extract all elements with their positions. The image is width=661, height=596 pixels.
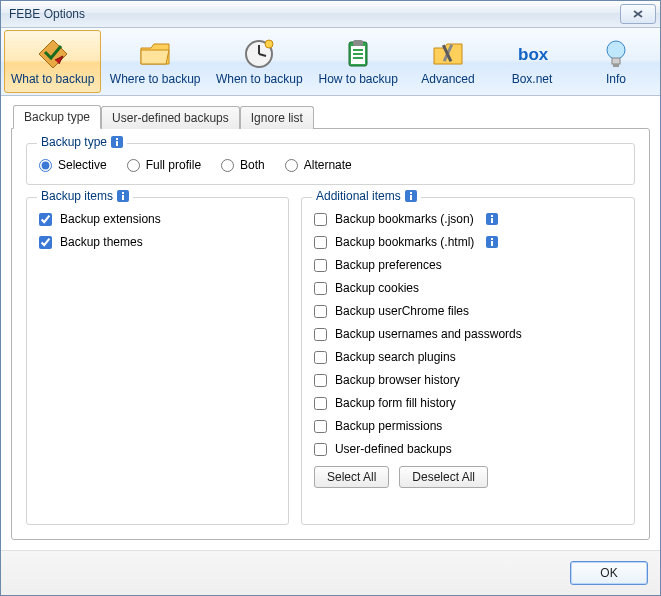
checkbox-label: Backup form fill history: [335, 396, 456, 410]
checkbox-input[interactable]: [314, 259, 327, 272]
legend-backup-items-text: Backup items: [41, 189, 113, 203]
checkbox-input[interactable]: [314, 397, 327, 410]
what-to-backup-icon: [37, 38, 69, 70]
window-title: FEBE Options: [9, 7, 620, 21]
toolbar-info[interactable]: Info: [575, 30, 657, 93]
advanced-icon: [432, 38, 464, 70]
checkbox-input[interactable]: [314, 305, 327, 318]
toolbar-box-net[interactable]: Box.net: [491, 30, 573, 93]
radio-label: Full profile: [146, 158, 201, 172]
toolbar-label: Advanced: [421, 72, 474, 86]
options-window: FEBE Options What to backup Where to bac…: [0, 0, 661, 596]
when-to-backup-icon: [243, 38, 275, 70]
group-backup-type: Backup type SelectiveFull profileBothAlt…: [26, 143, 635, 185]
checkbox-label: Backup browser history: [335, 373, 460, 387]
radio-alternate[interactable]: Alternate: [285, 158, 352, 172]
checkbox-input[interactable]: [314, 443, 327, 456]
legend-backup-type-text: Backup type: [41, 135, 107, 149]
checkbox-input[interactable]: [314, 213, 327, 226]
check-backup-extensions[interactable]: Backup extensions: [39, 212, 276, 226]
check-backup-userchrome-files[interactable]: Backup userChrome files: [314, 304, 622, 318]
check-backup-search-plugins[interactable]: Backup search plugins: [314, 350, 622, 364]
deselect-all-button[interactable]: Deselect All: [399, 466, 488, 488]
toolbar-how-to-backup[interactable]: How to backup: [311, 30, 405, 93]
toolbar-label: What to backup: [11, 72, 94, 86]
tab-user-defined-backups[interactable]: User-defined backups: [101, 106, 240, 129]
tabpanel-backup-type: Backup type SelectiveFull profileBothAlt…: [11, 128, 650, 540]
checkbox-label: Backup bookmarks (.html): [335, 235, 474, 249]
checkbox-label: Backup userChrome files: [335, 304, 469, 318]
info-icon[interactable]: [486, 213, 498, 225]
radio-label: Both: [240, 158, 265, 172]
select-buttons-row: Select All Deselect All: [314, 466, 622, 488]
checkbox-label: Backup permissions: [335, 419, 442, 433]
check-backup-usernames-and-passwords[interactable]: Backup usernames and passwords: [314, 327, 622, 341]
close-button[interactable]: [620, 4, 656, 24]
legend-additional-items-text: Additional items: [316, 189, 401, 203]
legend-additional-items: Additional items: [312, 189, 421, 203]
radio-full-profile[interactable]: Full profile: [127, 158, 201, 172]
columns: Backup items Backup extensionsBackup the…: [26, 197, 635, 525]
checkbox-label: Backup bookmarks (.json): [335, 212, 474, 226]
checkbox-label: Backup cookies: [335, 281, 419, 295]
radio-both[interactable]: Both: [221, 158, 265, 172]
check-user-defined-backups[interactable]: User-defined backups: [314, 442, 622, 456]
check-backup-bookmarks-html-[interactable]: Backup bookmarks (.html): [314, 235, 622, 249]
how-to-backup-icon: [342, 38, 374, 70]
toolbar-label: When to backup: [216, 72, 303, 86]
radio-label: Selective: [58, 158, 107, 172]
tab-backup-type[interactable]: Backup type: [13, 105, 101, 129]
checkbox-input[interactable]: [39, 213, 52, 226]
titlebar: FEBE Options: [1, 1, 660, 28]
close-icon: [632, 9, 644, 19]
info-icon: [600, 38, 632, 70]
check-backup-bookmarks-json-[interactable]: Backup bookmarks (.json): [314, 212, 622, 226]
radio-input[interactable]: [221, 159, 234, 172]
footer: OK: [1, 550, 660, 595]
check-backup-browser-history[interactable]: Backup browser history: [314, 373, 622, 387]
where-to-backup-icon: [139, 38, 171, 70]
ok-button[interactable]: OK: [570, 561, 648, 585]
checkbox-label: Backup extensions: [60, 212, 161, 226]
check-backup-preferences[interactable]: Backup preferences: [314, 258, 622, 272]
toolbar-label: Box.net: [512, 72, 553, 86]
checkbox-input[interactable]: [314, 328, 327, 341]
info-icon[interactable]: [111, 136, 123, 148]
radio-input[interactable]: [39, 159, 52, 172]
toolbar-where-to-backup[interactable]: Where to backup: [103, 30, 207, 93]
checkbox-input[interactable]: [314, 420, 327, 433]
toolbar-what-to-backup[interactable]: What to backup: [4, 30, 101, 93]
checkbox-label: Backup themes: [60, 235, 143, 249]
info-icon[interactable]: [117, 190, 129, 202]
checkbox-input[interactable]: [314, 351, 327, 364]
select-all-button[interactable]: Select All: [314, 466, 389, 488]
checkbox-label: Backup search plugins: [335, 350, 456, 364]
radio-input[interactable]: [285, 159, 298, 172]
main-toolbar: What to backup Where to backup When to b…: [1, 28, 660, 96]
checkbox-input[interactable]: [314, 282, 327, 295]
radio-input[interactable]: [127, 159, 140, 172]
info-icon[interactable]: [405, 190, 417, 202]
check-backup-permissions[interactable]: Backup permissions: [314, 419, 622, 433]
check-backup-themes[interactable]: Backup themes: [39, 235, 276, 249]
checkbox-input[interactable]: [314, 236, 327, 249]
checkbox-input[interactable]: [39, 236, 52, 249]
group-backup-items: Backup items Backup extensionsBackup the…: [26, 197, 289, 525]
checkbox-label: Backup preferences: [335, 258, 442, 272]
radio-label: Alternate: [304, 158, 352, 172]
legend-backup-items: Backup items: [37, 189, 133, 203]
tab-ignore-list[interactable]: Ignore list: [240, 106, 314, 129]
toolbar-when-to-backup[interactable]: When to backup: [209, 30, 309, 93]
checkbox-input[interactable]: [314, 374, 327, 387]
tabstrip: Backup typeUser-defined backupsIgnore li…: [13, 104, 650, 128]
info-icon[interactable]: [486, 236, 498, 248]
toolbar-label: Info: [606, 72, 626, 86]
checkbox-label: User-defined backups: [335, 442, 452, 456]
check-backup-cookies[interactable]: Backup cookies: [314, 281, 622, 295]
backup-items-list: Backup extensionsBackup themes: [39, 208, 276, 249]
content-area: Backup typeUser-defined backupsIgnore li…: [1, 96, 660, 550]
radio-selective[interactable]: Selective: [39, 158, 107, 172]
group-additional-items: Additional items Backup bookmarks (.json…: [301, 197, 635, 525]
check-backup-form-fill-history[interactable]: Backup form fill history: [314, 396, 622, 410]
toolbar-advanced[interactable]: Advanced: [407, 30, 489, 93]
